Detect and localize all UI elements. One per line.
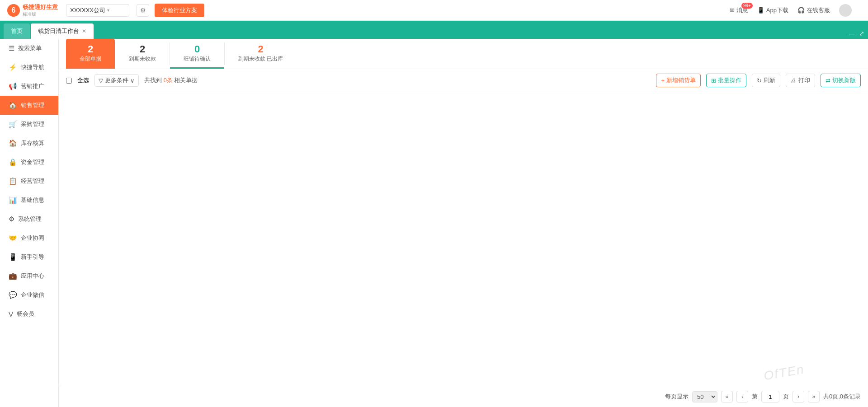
tab-workbench-label: 钱货日清工作台 (38, 27, 79, 35)
company-selector[interactable]: XXXXXX公司 ▾ (66, 4, 129, 17)
stat-all-count: 2 (88, 43, 93, 55)
sidebar-item-member[interactable]: V 畅会员 (0, 304, 58, 323)
found-count: 0条 (164, 77, 173, 84)
settings-button[interactable]: ⚙ (137, 4, 149, 17)
last-page-button[interactable]: » (808, 391, 820, 402)
switch-version-button[interactable]: ⇄ 切换新版 (821, 74, 861, 87)
tab-close-icon[interactable]: ✕ (82, 28, 86, 34)
headset-icon: 🎧 (797, 7, 805, 14)
sidebar-item-inventory[interactable]: 🏠 库存核算 (0, 134, 58, 153)
sidebar-basic-info-label: 基础信息 (21, 196, 44, 204)
sidebar-guide-label: 新手引导 (21, 253, 44, 261)
sidebar-item-guide[interactable]: 📱 新手引导 (0, 248, 58, 267)
stat-tab-outstock[interactable]: 2 到期未收款 已出库 (225, 39, 297, 69)
logo-text: 畅捷通好生意 标准版 (23, 3, 58, 18)
stat-tab-overdue[interactable]: 2 到期未收款 (115, 39, 170, 69)
stat-tab-all[interactable]: 2 全部单据 (66, 39, 115, 69)
sidebar-system-label: 系统管理 (18, 215, 42, 223)
print-icon: 🖨 (791, 77, 797, 84)
table-area (59, 92, 868, 386)
trial-button[interactable]: 体验行业方案 (155, 4, 204, 17)
top-header: 6 畅捷通好生意 标准版 XXXXXX公司 ▾ ⚙ 体验行业方案 ✉ 消息 99… (0, 0, 868, 21)
online-service-button[interactable]: 🎧 在线客服 (797, 6, 830, 14)
stat-wangpu-count: 0 (194, 43, 200, 55)
sidebar-weixin-label: 企业微信 (21, 291, 44, 299)
marketing-icon: 📢 (9, 82, 17, 90)
print-button[interactable]: 🖨 打印 (786, 74, 815, 87)
batch-label: 批量操作 (718, 76, 741, 84)
page-number-input[interactable] (761, 391, 779, 402)
maximize-button[interactable]: ⤢ (859, 30, 864, 37)
filter-icon: ▽ (99, 77, 103, 84)
stat-all-label: 全部单据 (80, 55, 101, 63)
stats-tabs: 2 全部单据 2 到期未收款 0 旺铺待确认 2 到期未收款 已出库 (59, 39, 868, 69)
sidebar-item-search-menu[interactable]: ☰ 搜索菜单 (0, 39, 58, 58)
guide-icon: 📱 (9, 253, 17, 261)
sidebar-search-menu-label: 搜索菜单 (18, 44, 42, 52)
sidebar-ops-label: 经营管理 (21, 177, 44, 185)
batch-icon: ⊞ (711, 77, 716, 84)
pagination: 每页显示 20 50 100 « ‹ 第 页 › » 共0页,0条记录 (59, 386, 868, 407)
app-center-icon: 💼 (9, 272, 17, 280)
main-layout: ☰ 搜索菜单 ⚡ 快捷导航 📢 营销推广 🏠 销售管理 🛒 采购管理 🏠 库存核… (0, 39, 868, 407)
sidebar-item-weixin[interactable]: 💬 企业微信 (0, 285, 58, 304)
per-page-select[interactable]: 20 50 100 (692, 391, 717, 402)
select-all-checkbox[interactable] (66, 78, 72, 84)
avatar[interactable] (839, 4, 852, 17)
sidebar-item-basic-info[interactable]: 📊 基础信息 (0, 191, 58, 210)
sidebar-capital-label: 资金管理 (21, 158, 44, 166)
first-page-button[interactable]: « (721, 391, 733, 402)
enterprise-icon: 🤝 (9, 234, 17, 242)
messages-button[interactable]: ✉ 消息 99+ (730, 6, 748, 14)
logo-sub-text: 标准版 (23, 11, 58, 18)
sidebar-item-enterprise[interactable]: 🤝 企业协同 (0, 229, 58, 248)
app-download-label: App下载 (766, 6, 788, 14)
stat-overdue-label: 到期未收款 (129, 55, 156, 63)
switch-icon: ⇄ (826, 77, 830, 84)
sidebar-item-system[interactable]: ⚙ 系统管理 (0, 210, 58, 229)
prev-page-button[interactable]: ‹ (736, 391, 748, 402)
sidebar-member-label: 畅会员 (17, 310, 34, 318)
logo-area: 6 畅捷通好生意 标准版 (7, 3, 66, 18)
refresh-icon: ↻ (757, 77, 762, 84)
sales-icon: 🏠 (9, 101, 17, 109)
refresh-button[interactable]: ↻ 刷新 (752, 74, 780, 87)
quick-nav-icon: ⚡ (9, 63, 17, 71)
sidebar-item-quick-nav[interactable]: ⚡ 快捷导航 (0, 58, 58, 77)
new-order-button[interactable]: + 新增销货单 (656, 74, 701, 87)
tab-home[interactable]: 首页 (4, 23, 30, 39)
stat-outstock-count: 2 (258, 43, 264, 55)
system-icon: ⚙ (9, 215, 14, 223)
sidebar-sales-label: 销售管理 (21, 101, 44, 109)
online-service-label: 在线客服 (807, 6, 830, 14)
header-center: ⚙ 体验行业方案 (129, 4, 730, 17)
refresh-label: 刷新 (764, 76, 775, 84)
messages-badge: 99+ (741, 3, 753, 9)
per-page-label: 每页显示 (665, 393, 689, 401)
tab-workbench[interactable]: 钱货日清工作台 ✕ (31, 23, 94, 39)
stat-wangpu-label: 旺铺待确认 (184, 55, 211, 63)
basic-info-icon: 📊 (9, 196, 17, 204)
company-arrow: ▾ (107, 8, 109, 13)
search-menu-icon: ☰ (9, 44, 14, 52)
logo-main-text: 畅捷通好生意 (23, 3, 58, 11)
sidebar-item-purchase[interactable]: 🛒 采购管理 (0, 115, 58, 134)
batch-operation-button[interactable]: ⊞ 批量操作 (706, 74, 746, 87)
toolbar-right: + 新增销货单 ⊞ 批量操作 ↻ 刷新 🖨 打印 ⇄ 切换新版 (656, 74, 861, 87)
filter-button[interactable]: ▽ 更多条件 ∨ (94, 74, 139, 87)
sidebar-item-capital[interactable]: 🔒 资金管理 (0, 153, 58, 172)
sidebar-item-app-center[interactable]: 💼 应用中心 (0, 267, 58, 285)
sidebar-item-marketing[interactable]: 📢 营销推广 (0, 77, 58, 96)
app-download-button[interactable]: 📱 App下载 (757, 6, 788, 14)
purchase-icon: 🛒 (9, 120, 17, 128)
stat-tab-wangpu[interactable]: 0 旺铺待确认 (170, 39, 224, 69)
sidebar-item-ops[interactable]: 📋 经营管理 (0, 172, 58, 191)
logo-icon: 6 (7, 4, 20, 17)
sidebar-item-sales[interactable]: 🏠 销售管理 (0, 96, 58, 115)
minimize-button[interactable]: — (849, 30, 855, 37)
select-all-label: 全选 (77, 76, 89, 84)
plus-icon: + (661, 77, 665, 84)
next-page-button[interactable]: › (793, 391, 804, 402)
toolbar: 全选 ▽ 更多条件 ∨ 共找到 0条 相关单据 + 新增销货单 ⊞ 批量操作 (59, 69, 868, 92)
member-icon: V (9, 310, 13, 318)
